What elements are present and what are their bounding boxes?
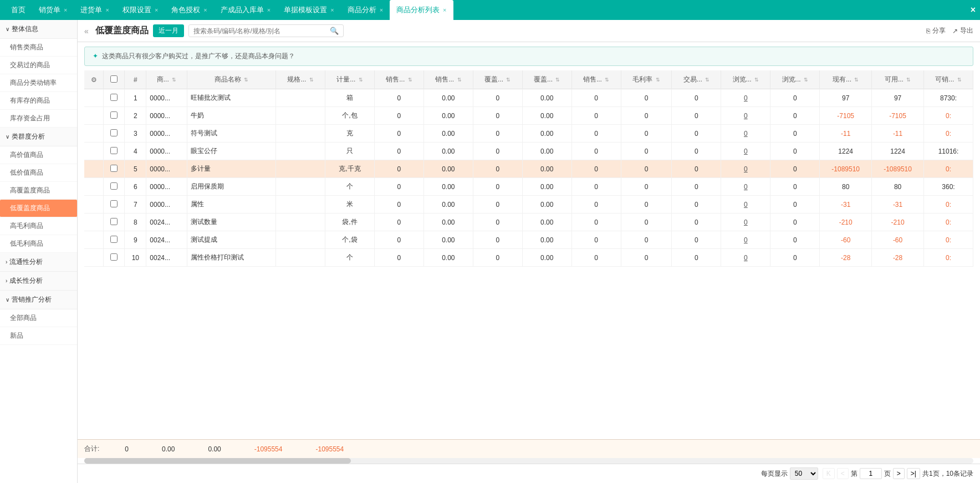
spec-col-header[interactable]: 规格... ⇅ [276,70,325,89]
sidebar-item-traded-goods[interactable]: 交易过的商品 [0,57,77,74]
table-row: 10 0024... 属性价格打印测试 个 0 0.00 0 0.00 0 0 … [84,249,973,267]
row-index: 2 [125,107,146,125]
period-button[interactable]: 近一月 [153,24,184,37]
nav-tab-product-warehouse[interactable]: 产成品入库单 × [214,0,277,20]
row-browse1[interactable]: 0 [721,160,770,178]
row-sales2: 0 [571,160,621,178]
share-button[interactable]: ⎘ 分享 [926,26,946,35]
page-size-label: 每页显示 [761,469,788,479]
sidebar-item-sales-goods[interactable]: 销售类商品 [0,39,77,57]
row-trade: 0 [672,125,721,143]
sidebar-section-marketing[interactable]: ∨ 营销推广分析 [0,291,77,309]
browse2-col-header[interactable]: 浏览... ⇅ [770,70,820,89]
sellable-col-header[interactable]: 可销... ⇅ [924,70,973,89]
row-browse1[interactable]: 0 [721,196,770,213]
sidebar-item-inventory-fund[interactable]: 库存资金占用 [0,110,77,128]
nav-tab-product-analysis[interactable]: 商品分析 × [341,0,390,20]
sales-qty-col-header[interactable]: 销售... ⇅ [374,70,423,89]
page-number-input[interactable] [860,468,882,479]
page-size-select: 每页显示 50 100 200 [761,467,818,480]
row-cover2: 0.00 [522,178,571,196]
row-browse1[interactable]: 0 [721,213,770,231]
row-checkbox[interactable] [104,249,125,267]
sidebar-item-low-margin[interactable]: 低毛利商品 [0,235,77,253]
cover1-col-header[interactable]: 覆盖... ⇅ [473,70,522,89]
gross-col-header[interactable]: 毛利率 ⇅ [621,70,672,89]
settings-col-header[interactable]: ⚙ [84,70,104,89]
code-col-header[interactable]: 商... ⇅ [146,70,187,89]
sidebar-section-liquidity[interactable]: › 流通性分析 [0,253,77,272]
nav-tab-permissions[interactable]: 权限设置 × [116,0,165,20]
row-browse1[interactable]: 0 [721,89,770,107]
sidebar-item-category-rate[interactable]: 商品分类动销率 [0,74,77,92]
page-title: 低覆盖度商品 [95,25,149,37]
collapse-button[interactable]: « [84,27,89,35]
close-icon[interactable]: × [64,7,67,13]
close-icon[interactable]: × [330,7,334,13]
row-browse1[interactable]: 0 [721,143,770,160]
row-checkbox[interactable] [104,125,125,143]
export-button[interactable]: ↗ 导出 [952,26,973,35]
close-icon[interactable]: × [443,7,446,13]
sidebar-item-high-value[interactable]: 高价值商品 [0,146,77,164]
close-icon[interactable]: × [380,7,383,13]
sidebar-item-all-products[interactable]: 全部商品 [0,309,77,327]
nav-tab-roles[interactable]: 角色授权 × [165,0,213,20]
row-browse1[interactable]: 0 [721,249,770,267]
current-col-header[interactable]: 现有... ⇅ [820,70,872,89]
sidebar-item-high-coverage[interactable]: 高覆盖度商品 [0,182,77,200]
last-page-button[interactable]: >| [907,468,920,479]
nav-tab-home[interactable]: 首页 [4,0,32,20]
nav-tab-template[interactable]: 单据模板设置 × [277,0,340,20]
first-page-button[interactable]: K [823,468,835,479]
sales-amt-col-header[interactable]: 销售... ⇅ [423,70,473,89]
sidebar-section-cluster[interactable]: ∨ 类群度分析 [0,128,77,146]
sidebar-item-low-coverage[interactable]: 低覆盖度商品 [0,200,77,217]
row-browse2: 0 [770,231,820,249]
row-checkbox[interactable] [104,143,125,160]
row-checkbox[interactable] [104,178,125,196]
horizontal-scrollbar[interactable] [84,458,973,464]
sales2-col-header[interactable]: 销售... ⇅ [571,70,621,89]
page-size-dropdown[interactable]: 50 100 200 [790,467,818,480]
row-checkbox[interactable] [104,196,125,213]
sidebar-section-overall[interactable]: ∨ 整体信息 [0,20,77,39]
nav-tab-sales[interactable]: 销货单 × [32,0,74,20]
search-input[interactable] [193,27,330,35]
row-checkbox[interactable] [104,231,125,249]
sidebar-item-in-stock[interactable]: 有库存的商品 [0,92,77,110]
sidebar-section-growth[interactable]: › 成长性分析 [0,272,77,291]
close-icon[interactable]: × [105,7,109,13]
row-checkbox[interactable] [104,89,125,107]
row-sellable: 8730: [924,89,973,107]
next-page-button[interactable]: > [893,468,905,479]
row-browse1[interactable]: 0 [721,178,770,196]
browse1-col-header[interactable]: 浏览... ⇅ [721,70,770,89]
unit-col-header[interactable]: 计量... ⇅ [325,70,375,89]
close-icon[interactable]: × [267,7,270,13]
nav-tab-product-analysis-list[interactable]: 商品分析列表 × [390,0,453,20]
row-browse1[interactable]: 0 [721,125,770,143]
cover2-col-header[interactable]: 覆盖... ⇅ [522,70,571,89]
close-all-button[interactable]: × [971,5,976,15]
trade-col-header[interactable]: 交易... ⇅ [672,70,721,89]
row-sales-qty: 0 [374,107,423,125]
row-checkbox[interactable] [104,107,125,125]
row-browse2: 0 [770,249,820,267]
row-browse1[interactable]: 0 [721,231,770,249]
row-checkbox[interactable] [104,213,125,231]
available-col-header[interactable]: 可用... ⇅ [872,70,924,89]
sidebar-item-high-margin[interactable]: 高毛利商品 [0,217,77,235]
row-checkbox[interactable] [104,160,125,178]
prev-page-button[interactable]: < [837,468,849,479]
select-all-checkbox[interactable] [110,75,118,83]
scrollbar-thumb[interactable] [84,458,351,464]
sidebar-item-new-products[interactable]: 新品 [0,327,77,345]
sidebar-item-low-value[interactable]: 低价值商品 [0,164,77,182]
nav-tab-purchase[interactable]: 进货单 × [74,0,115,20]
row-browse1[interactable]: 0 [721,107,770,125]
close-icon[interactable]: × [203,7,207,13]
name-col-header[interactable]: 商品名称 ⇅ [187,70,276,89]
close-icon[interactable]: × [155,7,158,13]
row-current: -7105 [820,107,872,125]
